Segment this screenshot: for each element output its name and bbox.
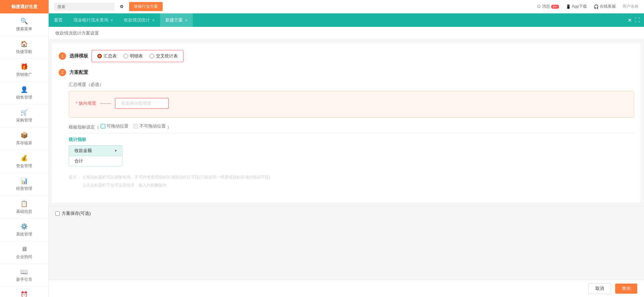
sidebar-item-hardware[interactable]: ⏰ 智能硬件 bbox=[0, 287, 48, 297]
online-support-label: 在线客服 bbox=[600, 4, 616, 9]
tab-bar: 首页 现金银行流水查询 ✕ 收款情况统计 ✕ 新建方案 ✕ ✕ ⛶ bbox=[49, 13, 644, 27]
tab-right-icons: ✕ ⛶ bbox=[628, 17, 644, 23]
stats-table-header[interactable]: 收款金额 ▾ bbox=[69, 146, 122, 156]
tab-home[interactable]: 首页 bbox=[49, 13, 68, 27]
sidebar-label-operation: 经营管理 bbox=[16, 186, 32, 192]
money-icon: 💰 bbox=[20, 154, 28, 162]
cancel-button[interactable]: 取消 bbox=[588, 283, 611, 294]
sidebar-item-nav[interactable]: 🏠 快捷导航 bbox=[0, 36, 48, 59]
sidebar-label-nav: 快捷导航 bbox=[16, 49, 32, 55]
bottom-save-area: 方案保存(可选) bbox=[49, 206, 644, 220]
sidebar-item-marketing[interactable]: 🎁 营销推广 bbox=[0, 59, 48, 82]
online-support-btn[interactable]: 🎧 在线客服 bbox=[594, 4, 616, 9]
non-draggable-label: 不可拖动位置 bbox=[140, 123, 166, 129]
query-button[interactable]: 查询 bbox=[615, 284, 637, 294]
close-window-icon[interactable]: ✕ bbox=[628, 17, 632, 23]
sidebar-item-purchase[interactable]: 🛒 采购管理 bbox=[0, 105, 48, 128]
username: 用户名称 bbox=[623, 4, 639, 9]
app-download-label: App下载 bbox=[572, 4, 587, 9]
radio-detail-input[interactable] bbox=[123, 54, 128, 58]
sidebar-item-guide[interactable]: 📖 新手引导 bbox=[0, 264, 48, 287]
draggable-label: 可拖动位置 bbox=[107, 123, 128, 129]
dimension-area: * 纵向维度 —— 请选择分组维度 bbox=[69, 91, 634, 118]
tips-title: 提示： bbox=[69, 173, 81, 181]
dimension-select[interactable]: 请选择分组维度 bbox=[115, 98, 169, 109]
app-download-btn[interactable]: 📱 App下载 bbox=[566, 4, 587, 9]
sidebar-label-marketing: 营销推广 bbox=[16, 72, 32, 78]
section2-body: 汇总维度（必选） * 纵向维度 —— 请选择分组维度 bbox=[59, 82, 634, 189]
tab-cashflow[interactable]: 现金银行流水查询 ✕ bbox=[68, 13, 118, 27]
settings-icon: ⚙️ bbox=[20, 223, 28, 230]
step2-header: 2 方案配置 bbox=[59, 69, 634, 76]
tab-cashflow-label: 现金银行流水查询 bbox=[73, 17, 108, 23]
sidebar-item-basic[interactable]: 📋 基础信息 bbox=[0, 196, 48, 219]
non-draggable-badge-box bbox=[133, 124, 138, 129]
logo-text: 畅捷通好生意 bbox=[11, 4, 38, 10]
gear-icon[interactable]: ⚙ bbox=[120, 4, 124, 9]
tab-cashflow-close[interactable]: ✕ bbox=[110, 18, 113, 22]
industry-btn[interactable]: 体验行业方案 bbox=[129, 2, 163, 11]
indicator-header: 模板指标设定（ 可拖动位置 不可拖动位置 bbox=[69, 123, 634, 133]
support-icon: 🎧 bbox=[594, 4, 599, 9]
tab-home-label: 首页 bbox=[54, 17, 63, 23]
sidebar-item-system[interactable]: ⚙️ 系统管理 bbox=[0, 219, 48, 242]
indicator-settings-label: 模板指标设定（ 可拖动位置 不可拖动位置 bbox=[69, 123, 171, 130]
radio-detail-label: 明细表 bbox=[130, 53, 143, 59]
sidebar-label-system: 系统管理 bbox=[16, 232, 32, 237]
hardware-icon: ⏰ bbox=[20, 291, 28, 297]
download-icon: 📱 bbox=[566, 4, 571, 9]
top-right-bar: ⚙ 体验行业方案 🗨 消息 99+ 📱 App下载 🎧 在线客服 用户名称 bbox=[49, 2, 644, 11]
tab-receipt-stats-close[interactable]: ✕ bbox=[152, 18, 155, 22]
save-checkbox-label[interactable]: 方案保存(可选) bbox=[55, 210, 91, 216]
sidebar-label-inventory: 库存核算 bbox=[16, 140, 32, 146]
sidebar-item-search[interactable]: 🔍 搜索菜单 bbox=[0, 13, 48, 36]
save-label-text: 方案保存(可选) bbox=[62, 210, 91, 216]
tab-receipt-stats[interactable]: 收款情况统计 ✕ bbox=[118, 13, 160, 27]
main-layout: 🔍 搜索菜单 🏠 快捷导航 🎁 营销推广 👤 销售管理 🛒 采购管理 📦 库存核… bbox=[0, 13, 644, 297]
logo-area: 畅捷通好生意 bbox=[0, 0, 49, 13]
summary-dimension-title: 汇总维度（必选） bbox=[69, 82, 634, 88]
sidebar-item-enterprise[interactable]: 🖥 企业协同 bbox=[0, 242, 48, 264]
enterprise-icon: 🖥 bbox=[21, 246, 27, 253]
page-title-bar: 收款情况统计方案设置 bbox=[49, 27, 644, 40]
tab-receipt-stats-label: 收款情况统计 bbox=[124, 17, 150, 23]
radio-summary-label: 汇总表 bbox=[104, 53, 117, 59]
sidebar-label-search: 搜索菜单 bbox=[16, 26, 32, 32]
maximize-icon[interactable]: ⛶ bbox=[635, 17, 640, 23]
step1-header: 1 选择模板 汇总表 明细表 bbox=[59, 50, 634, 62]
radio-cross-label: 交叉统计表 bbox=[156, 53, 178, 59]
indicator-settings: 模板指标设定（ 可拖动位置 不可拖动位置 bbox=[69, 123, 634, 166]
sidebar: 🔍 搜索菜单 🏠 快捷导航 🎁 营销推广 👤 销售管理 🛒 采购管理 📦 库存核… bbox=[0, 13, 49, 297]
sidebar-item-sales[interactable]: 👤 销售管理 bbox=[0, 82, 48, 105]
tips-area: 提示： 1.拖动标题栏可以调整布局，不可跨维度或指标区域拖动栏目字段(只能在同一… bbox=[69, 173, 634, 189]
radio-cross[interactable]: 交叉统计表 bbox=[150, 53, 178, 59]
sidebar-item-inventory[interactable]: 📦 库存核算 bbox=[0, 128, 48, 150]
gift-icon: 🎁 bbox=[20, 63, 28, 70]
step2-section: 2 方案配置 汇总维度（必选） * 纵向维度 —— 请选择分组维度 bbox=[59, 69, 634, 189]
cart-icon: 🛒 bbox=[20, 109, 28, 116]
form-container: 1 选择模板 汇总表 明细表 bbox=[52, 43, 641, 203]
search-input[interactable] bbox=[54, 3, 114, 11]
save-checkbox[interactable] bbox=[55, 211, 60, 216]
sidebar-item-finance[interactable]: 💰 资金管理 bbox=[0, 150, 48, 173]
tab-new-plan-close[interactable]: ✕ bbox=[185, 18, 187, 22]
radio-summary-input[interactable] bbox=[97, 54, 102, 58]
sidebar-item-operation[interactable]: 📊 经营管理 bbox=[0, 173, 48, 196]
radio-summary[interactable]: 汇总表 bbox=[97, 53, 117, 59]
message-icon: 🗨 bbox=[537, 4, 541, 9]
stats-header-text: 收款金额 bbox=[74, 148, 92, 154]
stats-dropdown-icon[interactable]: ▾ bbox=[115, 148, 117, 153]
book-icon: 📖 bbox=[20, 268, 28, 276]
stats-table: 收款金额 ▾ 合计 bbox=[69, 145, 122, 166]
tab-new-plan[interactable]: 新建方案 ✕ bbox=[160, 13, 193, 27]
sidebar-label-guide: 新手引导 bbox=[16, 277, 32, 283]
radio-detail[interactable]: 明细表 bbox=[123, 53, 143, 59]
tip-line-1: 提示： 1.拖动标题栏可以调整布局，不可跨维度或指标区域拖动栏目字段(只能在同一… bbox=[69, 173, 634, 181]
page-content: 收款情况统计方案设置 1 选择模板 汇总表 bbox=[49, 27, 644, 280]
dimension-row: * 纵向维度 —— 请选择分组维度 bbox=[76, 98, 627, 109]
radio-cross-input[interactable] bbox=[150, 54, 154, 58]
messages-btn[interactable]: 🗨 消息 99+ bbox=[537, 4, 559, 9]
stats-section: 统计指标 收款金额 ▾ 合计 bbox=[69, 137, 634, 166]
step1-title: 选择模板 bbox=[69, 53, 88, 59]
step1-num: 1 bbox=[59, 52, 66, 60]
